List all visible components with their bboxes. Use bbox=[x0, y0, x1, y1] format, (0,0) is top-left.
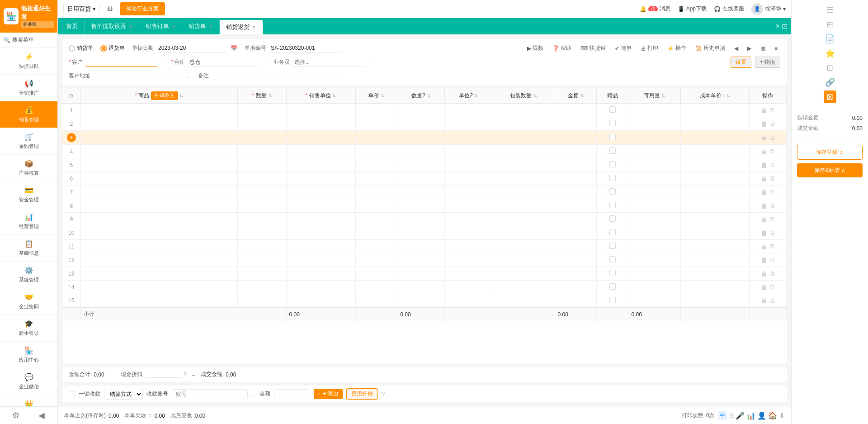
customer-input[interactable] bbox=[85, 58, 157, 67]
row-qty[interactable] bbox=[237, 117, 286, 131]
right-icon-6[interactable]: 🔗 bbox=[824, 76, 836, 89]
search-menu[interactable]: 🔍 搜索菜单 bbox=[0, 33, 57, 48]
toolbar-icon-user[interactable]: 👤 bbox=[757, 411, 766, 420]
radio-return[interactable]: 退货单 bbox=[100, 44, 125, 52]
right-icon-1[interactable]: ☰ bbox=[824, 4, 836, 16]
sidebar-item-marketing[interactable]: 📢 营销推广 bbox=[0, 75, 57, 101]
row-qty2[interactable] bbox=[397, 131, 445, 145]
th-unit-sort[interactable]: ⇅ bbox=[332, 93, 336, 98]
gift-checkbox[interactable] bbox=[609, 148, 616, 154]
scan-btn[interactable]: 扫码录入 bbox=[151, 91, 178, 100]
row-unit[interactable] bbox=[286, 104, 355, 117]
gift-checkbox[interactable] bbox=[609, 256, 616, 262]
sidebar-item-enterprise[interactable]: 🤝 企业协同 bbox=[0, 288, 57, 315]
th-amount-sort[interactable]: ⇅ bbox=[580, 93, 584, 98]
sidebar-settings-btn[interactable]: ⚙ bbox=[4, 410, 28, 420]
sidebar-item-wechat[interactable]: 💬 企业微信 bbox=[0, 368, 57, 395]
tab-sales-order-close[interactable]: × bbox=[172, 23, 175, 29]
video-btn[interactable]: ▶ 视频 bbox=[524, 43, 546, 53]
note-input[interactable] bbox=[212, 71, 347, 80]
right-icon-4[interactable]: ⭐ bbox=[824, 47, 836, 60]
radio-shipper[interactable]: 销货单 bbox=[69, 44, 93, 52]
sidebar-item-basic[interactable]: 📋 基础信息 bbox=[0, 235, 57, 262]
sidebar-item-system[interactable]: ⚙️ 系统管理 bbox=[0, 262, 57, 288]
tab-sales-close[interactable]: × bbox=[209, 23, 212, 29]
row-product[interactable] bbox=[80, 104, 237, 117]
delete-icon[interactable]: 🗑 bbox=[761, 175, 767, 182]
staff-input[interactable] bbox=[292, 58, 364, 67]
tabs-close-all-btn[interactable]: × bbox=[776, 22, 780, 30]
right-icon-5[interactable]: ⊡ bbox=[824, 62, 836, 74]
row-price[interactable] bbox=[356, 117, 397, 131]
sidebar-item-guide[interactable]: 🎓 新手引导 bbox=[0, 315, 57, 342]
th-product-sort[interactable]: ⇅ bbox=[179, 93, 183, 98]
copy-icon[interactable]: ⧉ bbox=[770, 175, 774, 182]
industry-dropdown[interactable]: 日用百货 ▾ bbox=[63, 3, 100, 15]
tab-sales[interactable]: 销货单 × bbox=[182, 18, 219, 34]
row-available[interactable] bbox=[628, 104, 680, 117]
th-price-sort[interactable]: ⇅ bbox=[381, 93, 384, 98]
prev-btn[interactable]: ◀ bbox=[731, 44, 741, 52]
row-unit2[interactable] bbox=[445, 117, 492, 131]
delete-icon[interactable]: 🗑 bbox=[761, 257, 767, 264]
row-cost-price[interactable] bbox=[680, 131, 749, 145]
delete-icon[interactable]: 🗑 bbox=[761, 120, 767, 128]
staff-dots[interactable]: ... bbox=[367, 59, 371, 66]
copy-icon[interactable]: ⧉ bbox=[770, 148, 774, 155]
expense-split-btn[interactable]: 费用分摊 bbox=[346, 388, 378, 400]
history-btn[interactable]: 📜 历史单据 bbox=[693, 43, 728, 53]
row-unit[interactable] bbox=[286, 117, 355, 131]
gift-checkbox[interactable] bbox=[609, 283, 616, 290]
th-available-sort[interactable]: ⇅ bbox=[661, 93, 665, 98]
copy-icon[interactable]: ⧉ bbox=[770, 215, 774, 223]
debt-help-icon[interactable]: ? bbox=[149, 413, 151, 419]
toolbar-icon-down[interactable]: ⬇ bbox=[779, 411, 785, 420]
row-cost-price[interactable] bbox=[680, 117, 749, 131]
calendar-icon[interactable]: 📅 bbox=[231, 45, 237, 52]
toolbar-icon-chart[interactable]: 📊 bbox=[746, 411, 755, 420]
row-amount[interactable] bbox=[555, 104, 596, 117]
tab-sales-order[interactable]: 销售订单 × bbox=[139, 18, 182, 34]
copy-icon[interactable]: ⧉ bbox=[770, 106, 774, 114]
settings-btn[interactable]: 设置 bbox=[731, 57, 751, 68]
select-btn[interactable]: ✔ 选单 bbox=[612, 43, 634, 53]
copy-icon[interactable]: ⧉ bbox=[770, 120, 774, 128]
toolbar-icon-home[interactable]: 🏠 bbox=[768, 411, 777, 420]
add-row-btn[interactable]: + bbox=[67, 133, 76, 142]
toolbar-icon-mic[interactable]: 🎤 bbox=[736, 411, 745, 420]
copy-icon[interactable]: ⧉ bbox=[770, 161, 774, 169]
delete-icon[interactable]: 🗑 bbox=[761, 229, 767, 237]
payment-help-icon[interactable]: ? bbox=[382, 391, 385, 397]
print-btn[interactable]: 🖨 打印 bbox=[638, 43, 661, 53]
sidebar-item-inventory[interactable]: 📦 库存核算 bbox=[0, 155, 57, 181]
sidebar-collapse-btn[interactable]: ◀ bbox=[30, 410, 54, 420]
trial-btn[interactable]: 体验行业方案 bbox=[120, 2, 165, 15]
row-qty2[interactable] bbox=[397, 104, 445, 117]
notification-btn[interactable]: 🔔 70 消息 bbox=[640, 5, 670, 13]
save-draft-btn[interactable]: 保存草稿 ∧ bbox=[797, 145, 863, 160]
sidebar-item-quicknav[interactable]: ⚡ 快捷导航 bbox=[0, 48, 57, 75]
grid-view-btn[interactable]: ▦ bbox=[758, 44, 768, 52]
copy-icon[interactable]: ⧉ bbox=[770, 256, 774, 264]
row-pack-qty[interactable] bbox=[492, 104, 555, 117]
sidebar-item-finance[interactable]: 💳 资金管理 bbox=[0, 181, 57, 208]
operation-btn[interactable]: ⚡ 操作 bbox=[665, 43, 689, 53]
delete-icon[interactable]: 🗑 bbox=[761, 270, 767, 277]
toolbar-icon-s[interactable]: S bbox=[729, 412, 734, 420]
copy-icon[interactable]: ⧉ bbox=[770, 188, 774, 196]
copy-icon[interactable]: ⧉ bbox=[770, 243, 774, 250]
copy-icon[interactable]: ⧉ bbox=[770, 202, 774, 210]
th-qty2-sort[interactable]: ⇅ bbox=[427, 93, 430, 98]
row-gift[interactable] bbox=[596, 117, 628, 131]
gift-checkbox[interactable] bbox=[609, 229, 616, 235]
gift-checkbox[interactable] bbox=[609, 106, 616, 113]
address-input[interactable] bbox=[93, 71, 184, 80]
gift-checkbox[interactable] bbox=[609, 270, 616, 276]
product-input-active[interactable] bbox=[84, 134, 235, 141]
right-icon-2[interactable]: ⊞ bbox=[824, 18, 836, 31]
right-icon-7[interactable]: ⊠ bbox=[824, 91, 836, 103]
sidebar-item-purchase[interactable]: 🛒 采购管理 bbox=[0, 128, 57, 155]
address-dots[interactable]: ... bbox=[186, 73, 191, 79]
tab-sales-return[interactable]: 销货退货 × bbox=[220, 20, 263, 34]
th-qty-sort[interactable]: ⇅ bbox=[268, 93, 272, 98]
